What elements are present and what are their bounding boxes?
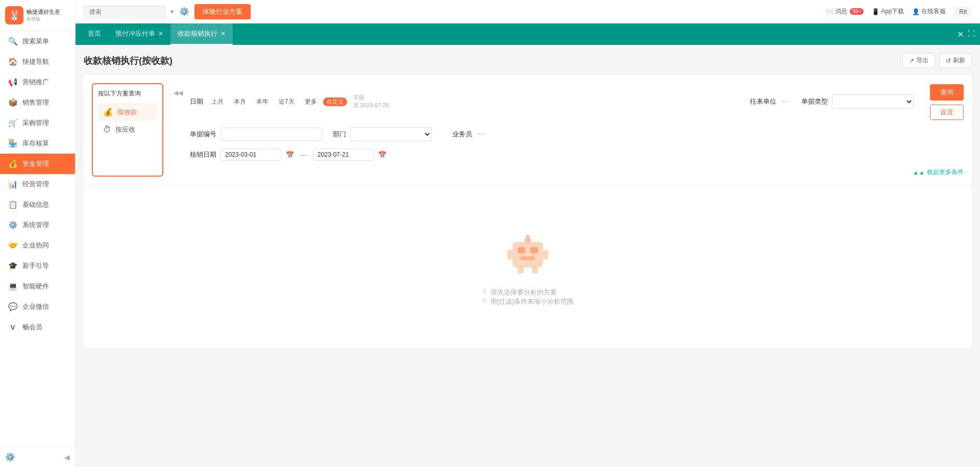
page-title: 收款核销执行(按收款) (84, 55, 173, 67)
filter-row-2: 单据编号 部门 业务员 ··· (190, 127, 964, 141)
doc-no-label: 单据编号 (190, 130, 216, 139)
date-btn-custom[interactable]: 自定义 (323, 97, 347, 106)
sidebar-item-wechat[interactable]: 💬 企业微信 (0, 297, 75, 317)
tab-receivable-close-icon[interactable]: ✕ (220, 30, 226, 37)
tab-home[interactable]: 首页 (81, 23, 108, 45)
svg-rect-8 (518, 266, 524, 274)
counterpart-more-icon[interactable]: ··· (780, 97, 791, 106)
dept-label: 部门 (333, 130, 346, 139)
sidebar-item-sales[interactable]: 📦 销售管理 (0, 92, 75, 113)
sidebar-item-enterprise[interactable]: 🤝 企业协同 (0, 235, 75, 256)
business-icon: 📊 (8, 180, 17, 189)
sidebar-item-quick-nav[interactable]: 🏠 快捷导航 (0, 52, 75, 72)
filter-settings-button[interactable]: 设置 (930, 105, 964, 120)
inventory-icon: 🏪 (8, 139, 17, 148)
writeoff-date-label: 核销日期 (190, 150, 216, 159)
sidebar-label-quick-nav: 快捷导航 (22, 57, 49, 66)
industry-solution-button[interactable]: 体验行业方案 (194, 4, 251, 19)
wechat-icon: 💬 (8, 302, 17, 311)
message-badge: 99+ (850, 8, 864, 15)
topbar-search-input[interactable] (84, 6, 165, 18)
date-options: 上月 本月 本年 近7天 更多 自定义 (207, 96, 347, 107)
sidebar-item-search[interactable]: 🔍 搜索菜单 (0, 31, 75, 52)
tab-receivable-label: 收款核销执行 (178, 29, 217, 38)
tab-prepay-close-icon[interactable]: ✕ (158, 30, 163, 37)
tab-receivable[interactable]: 收款核销执行 ✕ (170, 23, 233, 45)
marketing-icon: 📢 (8, 78, 17, 87)
export-button[interactable]: ↗ 导出 (902, 53, 935, 68)
date-btn-last-month[interactable]: 上月 (207, 96, 228, 107)
writeoff-start-input[interactable] (220, 149, 282, 161)
date-btn-more[interactable]: 更多 (301, 96, 321, 107)
user-name[interactable]: Rit (954, 7, 972, 17)
svg-rect-7 (543, 250, 548, 260)
app-name: 畅捷通好生意 (27, 8, 60, 15)
sidebar-label-basic: 基础信息 (22, 200, 49, 209)
topbar-dropdown-icon[interactable]: ▾ (170, 8, 174, 15)
page-header: 收款核销执行(按收款) ↗ 导出 ↺ 刷新 (84, 53, 972, 68)
system-icon: ⚙️ (8, 220, 17, 230)
staff-more-icon[interactable]: ··· (476, 130, 487, 139)
sidebar-label-business: 经营管理 (22, 180, 49, 189)
tab-prepay[interactable]: 预付冲应付单 ✕ (108, 23, 170, 45)
tab-home-label: 首页 (88, 29, 101, 38)
doc-no-input[interactable] (220, 128, 323, 141)
filter-collapse-area: ◀◀ (174, 83, 190, 177)
sidebar-item-guide[interactable]: 🎓 新手引导 (0, 256, 75, 276)
date-btn-this-month[interactable]: 本月 (230, 96, 250, 107)
sidebar-item-inventory[interactable]: 🏪 库存核算 (0, 133, 75, 154)
page-content: 收款核销执行(按收款) ↗ 导出 ↺ 刷新 按以下方案查询 💰 按收款 (76, 45, 980, 467)
filter-option-by-receivable[interactable]: ⏱ 按应收 (98, 121, 157, 138)
sidebar-item-hardware[interactable]: 💻 智能硬件 (0, 276, 75, 297)
sidebar-item-system[interactable]: ⚙️ 系统管理 (0, 215, 75, 235)
search-icon: 🔍 (8, 37, 17, 46)
sidebar-item-basic[interactable]: 📋 基础信息 (0, 194, 75, 215)
date-btn-this-year[interactable]: 本年 (252, 96, 273, 107)
calendar-start-icon[interactable]: 📅 (286, 151, 294, 159)
member-icon: V (8, 324, 17, 331)
empty-hints: ① 请先选择要分析的方案 ② 用[过滤]条件来缩小分析范围 (482, 288, 574, 306)
calendar-end-icon[interactable]: 📅 (378, 151, 386, 159)
home-icon: 🏠 (8, 57, 17, 66)
hint-1-text: 请先选择要分析的方案 (491, 288, 557, 297)
hint-2: ② 用[过滤]条件来缩小分析范围 (482, 297, 574, 306)
refresh-button[interactable]: ↺ 刷新 (939, 53, 972, 68)
tabbar-actions: ✕ ⛶ (957, 30, 975, 39)
message-button[interactable]: ✉️ 消息 99+ (826, 7, 864, 16)
query-button[interactable]: 查询 (930, 84, 964, 101)
settings-footer-icon[interactable]: ⚙️ (5, 452, 15, 462)
date-btn-7days[interactable]: 近7天 (275, 96, 299, 107)
svg-rect-6 (507, 250, 512, 260)
sidebar-item-purchase[interactable]: 🛒 采购管理 (0, 113, 75, 133)
sidebar-item-finance[interactable]: 💰 资金管理 (0, 154, 75, 174)
settings-icon[interactable]: ⚙️ (179, 7, 189, 16)
filter-option-by-receipt[interactable]: 💰 按收款 (98, 103, 157, 121)
user-name-text: Rit (959, 8, 967, 15)
svg-point-5 (526, 235, 530, 239)
page-header-actions: ↗ 导出 ↺ 刷新 (902, 53, 972, 68)
writeoff-end-input[interactable] (313, 149, 374, 161)
receipt-icon: 💰 (103, 107, 113, 117)
service-icon: 👤 (912, 8, 920, 15)
date-to-display: 至 2023-07-26 (353, 102, 389, 109)
dept-select[interactable] (350, 127, 432, 141)
collapse-more-button[interactable]: ▲▲ 收起更多条件 (190, 168, 964, 177)
tab-close-all-icon[interactable]: ✕ (957, 30, 964, 39)
svg-rect-0 (512, 242, 543, 267)
online-service-button[interactable]: 👤 在线客服 (912, 7, 946, 16)
sidebar: 🐰 畅捷通好生意 标准版 🔍 搜索菜单 🏠 快捷导航 📢 营销推广 📦 销售管理… (0, 0, 76, 467)
counterpart-filter-group: 往来单位 ··· (750, 97, 791, 106)
collapse-sidebar-icon[interactable]: ◀ (64, 453, 70, 461)
sidebar-label-guide: 新手引导 (22, 261, 49, 271)
doc-type-select[interactable] (832, 94, 914, 109)
tab-expand-icon[interactable]: ⛶ (968, 30, 975, 39)
app-download-button[interactable]: 📱 App下载 (872, 7, 904, 16)
sidebar-item-business[interactable]: 📊 经营管理 (0, 174, 75, 194)
enterprise-icon: 🤝 (8, 241, 17, 250)
sidebar-item-marketing[interactable]: 📢 营销推广 (0, 72, 75, 92)
basic-icon: 📋 (8, 200, 17, 209)
sidebar-item-member[interactable]: V 畅会员 (0, 317, 75, 337)
counterpart-label: 往来单位 (750, 97, 776, 106)
purchase-icon: 🛒 (8, 118, 17, 128)
collapse-filter-icon[interactable]: ◀◀ (174, 89, 183, 96)
